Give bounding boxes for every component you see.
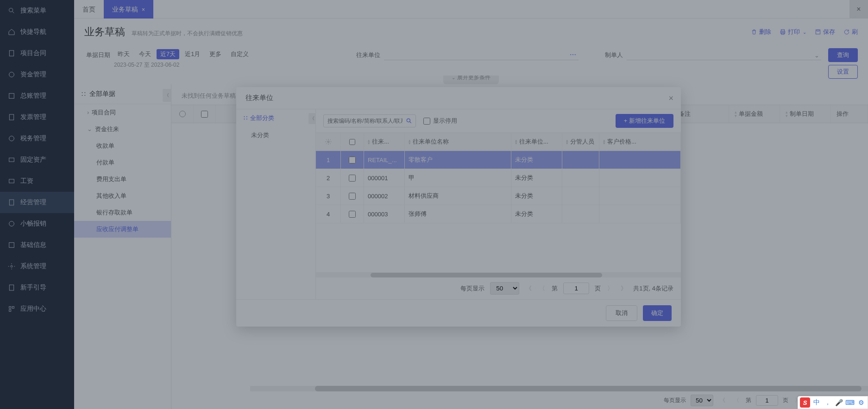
ime-punctuation-icon[interactable]: ， [823,398,832,407]
ime-settings-icon[interactable]: ⚙ [856,398,866,407]
ime-lang-button[interactable]: 中 [812,398,821,407]
ime-voice-icon[interactable]: 🎤 [834,398,843,407]
modal-overlay [0,0,868,409]
ime-toolbar[interactable]: S 中 ， 🎤 ⌨ ⚙ [798,396,868,409]
sogou-logo-icon[interactable]: S [800,397,810,408]
ime-keyboard-icon[interactable]: ⌨ [845,398,855,407]
